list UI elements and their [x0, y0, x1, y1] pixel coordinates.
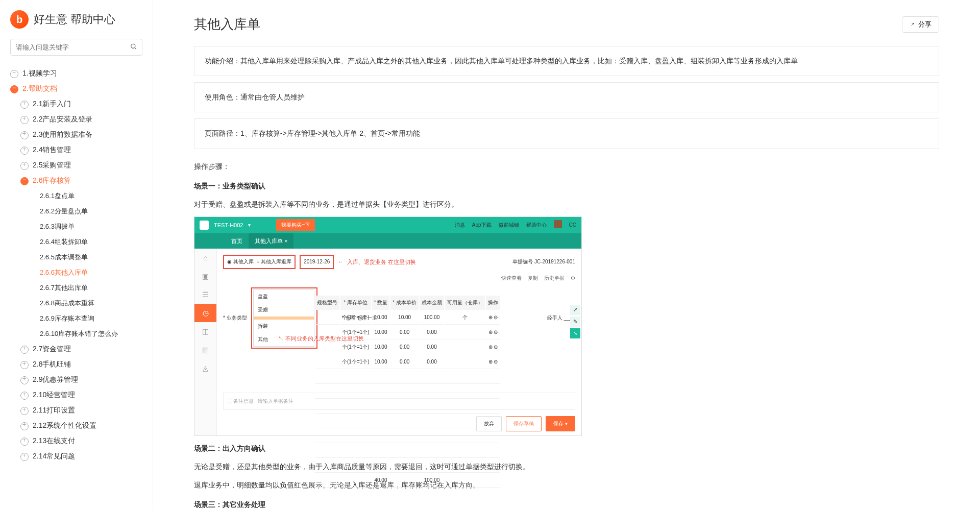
share-icon — [910, 21, 916, 28]
role-block: 使用角色：通常由仓管人员维护 — [194, 82, 939, 112]
cart-icon: ▦ — [194, 341, 216, 359]
nav-item-2-6[interactable]: 2.6库存核算 — [10, 173, 142, 188]
minus-icon — [10, 85, 18, 93]
brand-title: 好生意 帮助中心 — [34, 12, 115, 27]
tool-icon: ⤡ — [570, 328, 580, 338]
ss-tab-current: 其他入库单 × — [249, 233, 293, 249]
ss-radio-group: ◉ 其他入库 ○ 其他入库退库 — [223, 255, 296, 269]
ss-right-rail: ⤢ ✎ ⤡ — [570, 305, 581, 340]
clock-icon: ◷ — [194, 304, 216, 322]
ss-inner-sidebar: ⌂ ▣ ☰ ◷ ◫ ▦ ◬ — [194, 249, 217, 435]
ss-header: TEST-H002 ▾ 我要购买~下 消息 App下载 微商城铺 帮助中心 CC — [194, 217, 581, 233]
note-icon: ▤ — [227, 398, 232, 404]
nav-item-2-7[interactable]: 2.7资金管理 — [10, 342, 142, 357]
nav-item-2-6-4[interactable]: 2.6.4组装拆卸单 — [10, 234, 142, 250]
embedded-screenshot: TEST-H002 ▾ 我要购买~下 消息 App下载 微商城铺 帮助中心 CC… — [194, 216, 582, 436]
plus-icon — [10, 69, 18, 78]
plus-icon — [20, 100, 29, 108]
plus-icon — [20, 437, 29, 445]
nav-item-2-11[interactable]: 2.11打印设置 — [10, 403, 142, 418]
nav-item-2-6-2[interactable]: 2.6.2分量盘点单 — [10, 204, 142, 219]
sidebar: b 好生意 帮助中心 1.视频学习 2.帮助文档 2.1新手入门 2.2产品安装… — [0, 0, 153, 510]
path-text: 1、库存核算->库存管理->其他入库单 2、首页->常用功能 — [240, 129, 420, 137]
nav-item-2-6-5[interactable]: 2.6.5成本调整单 — [10, 250, 142, 265]
ss-org: TEST-H002 — [214, 220, 243, 231]
brand-logo: b 好生意 帮助中心 — [10, 10, 142, 29]
nav-item-2-13[interactable]: 2.13在线支付 — [10, 433, 142, 449]
role-text: 通常由仓管人员维护 — [240, 93, 305, 101]
ss-header-right: 消息 App下载 微商城铺 帮助中心 CC — [455, 220, 576, 230]
nav-item-2-9[interactable]: 2.9优惠券管理 — [10, 372, 142, 387]
search-box — [10, 39, 142, 56]
nav-item-2-6-7[interactable]: 2.6.7其他出库单 — [10, 280, 142, 296]
intro-label: 功能介绍： — [205, 57, 240, 65]
list-icon: ☰ — [194, 285, 216, 304]
content-area: 操作步骤： 场景一：业务类型确认 对于受赠、盘盈或是拆装入库等不同的业务，是通过… — [194, 159, 939, 510]
ss-logo-icon — [200, 221, 209, 230]
nav-item-docs[interactable]: 2.帮助文档 — [10, 81, 142, 96]
page-title: 其他入库单 — [194, 15, 260, 33]
plus-icon — [20, 360, 29, 369]
nav-item-2-6-8[interactable]: 2.6.8商品成本重算 — [10, 296, 142, 311]
ss-date: 2019-12-26 — [300, 255, 334, 269]
svg-line-1 — [135, 47, 136, 49]
nav-item-2-1[interactable]: 2.1新手入门 — [10, 96, 142, 112]
main-content: 其他入库单 分享 功能介绍：其他入库单用来处理除采购入库、产成品入库之外的其他入… — [153, 0, 980, 510]
nav-item-2-8[interactable]: 2.8手机旺铺 — [10, 357, 142, 372]
plus-icon — [20, 161, 29, 169]
tool-icon: ✎ — [570, 317, 580, 327]
plus-icon — [20, 376, 29, 384]
plus-icon — [20, 131, 29, 139]
plus-icon — [20, 115, 29, 124]
scene3-title: 场景三：其它业务处理 — [194, 497, 939, 510]
nav-item-2-3[interactable]: 2.3使用前数据准备 — [10, 127, 142, 142]
steps-label: 操作步骤： — [194, 159, 939, 174]
arrow-icon: ← — [338, 257, 343, 267]
plus-icon — [20, 391, 29, 399]
nav-item-2-6-9[interactable]: 2.6.9库存账本查询 — [10, 311, 142, 326]
ss-save-button: 保存 ▾ — [546, 416, 575, 431]
ss-buy-button: 我要购买~下 — [276, 219, 315, 231]
role-label: 使用角色： — [205, 93, 240, 101]
scene1-title: 场景一：业务类型确认 — [194, 179, 939, 193]
ss-table: 规格型号 * 库存单位 * 数量 * 成本单价 成本金额 可用量（仓库） 操作 … — [314, 295, 501, 489]
nav-item-2-6-1[interactable]: 2.6.1盘点单 — [10, 188, 142, 204]
plus-icon — [20, 406, 29, 415]
nav-item-2-6-6[interactable]: 2.6.6其他入库单 — [10, 265, 142, 280]
ss-content: ◉ 其他入库 ○ 其他入库退库 2019-12-26 ← 入库、退货业务 在这里… — [217, 249, 581, 435]
nav-item-2-2[interactable]: 2.2产品安装及登录 — [10, 112, 142, 127]
scene2-title: 场景二：出入方向确认 — [194, 441, 939, 455]
intro-text: 其他入库单用来处理除采购入库、产成品入库之外的其他入库业务，因此其他入库单可处理… — [240, 57, 798, 65]
scene2-text1: 无论是受赠，还是其他类型的业务，由于入库商品质量等原因，需要退回，这时可通过单据… — [194, 459, 939, 474]
search-input[interactable] — [10, 39, 142, 56]
nav-item-video[interactable]: 1.视频学习 — [10, 66, 142, 81]
logo-icon: b — [10, 10, 29, 29]
ss-tab-home: 首页 — [225, 233, 249, 249]
nav-item-2-6-10[interactable]: 2.6.10库存账本错了怎么办 — [10, 326, 142, 342]
ss-discard-button: 放弃 — [476, 416, 502, 431]
ss-footer: 放弃 保存草稿 保存 ▾ — [476, 416, 575, 431]
nav-item-2-4[interactable]: 2.4销售管理 — [10, 142, 142, 158]
nav-item-2-14[interactable]: 2.14常见问题 — [10, 449, 142, 464]
search-icon[interactable] — [130, 43, 137, 52]
ss-draft-button: 保存草稿 — [506, 416, 542, 431]
nav-item-2-6-3[interactable]: 2.6.3调拨单 — [10, 219, 142, 234]
svg-point-0 — [131, 44, 135, 48]
plus-icon — [20, 146, 29, 154]
path-block: 页面路径：1、库存核算->库存管理->其他入库单 2、首页->常用功能 — [194, 118, 939, 149]
path-label: 页面路径： — [205, 129, 240, 137]
plus-icon — [20, 345, 29, 353]
wallet-icon: ◫ — [194, 322, 216, 341]
ss-tabs: 首页 其他入库单 × — [194, 233, 581, 249]
tool-icon: ⤢ — [570, 305, 580, 315]
minus-icon — [20, 177, 29, 185]
nav-item-2-12[interactable]: 2.12系统个性化设置 — [10, 418, 142, 433]
plus-icon — [20, 422, 29, 430]
share-button[interactable]: 分享 — [902, 16, 939, 33]
nav-item-2-10[interactable]: 2.10经营管理 — [10, 387, 142, 403]
home-icon: ⌂ — [194, 249, 216, 267]
arrow-icon: ↖ — [278, 335, 284, 342]
nav-item-2-5[interactable]: 2.5采购管理 — [10, 158, 142, 173]
page-header: 其他入库单 分享 — [194, 15, 939, 33]
cube-icon: ▣ — [194, 267, 216, 285]
